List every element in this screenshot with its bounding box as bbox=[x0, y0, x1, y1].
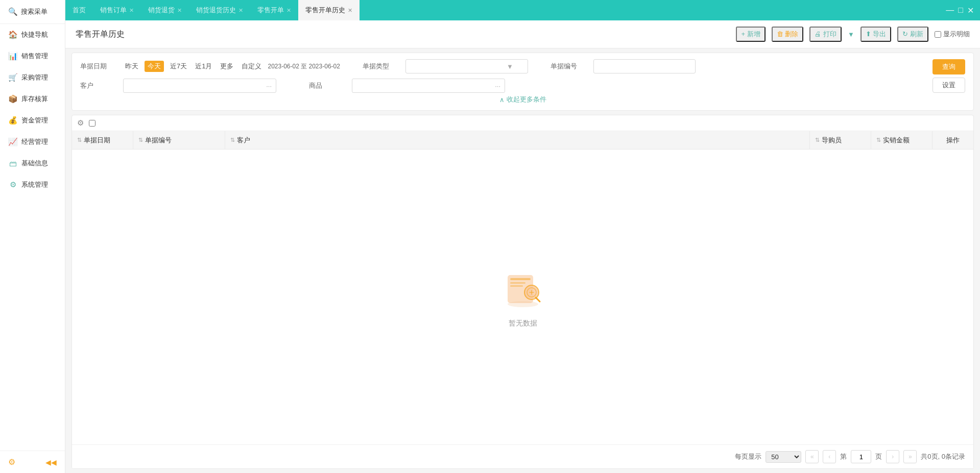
th-sort-icon[interactable]: ⇅ bbox=[77, 137, 82, 143]
query-button[interactable]: 查询 bbox=[933, 59, 965, 74]
display-detail-label[interactable]: 显示明细 bbox=[935, 30, 970, 39]
sidebar-item-label: 资金管理 bbox=[21, 116, 48, 125]
cart-icon: 🛒 bbox=[8, 73, 17, 82]
first-page-button[interactable]: « bbox=[805, 450, 819, 463]
date-option-today[interactable]: 今天 bbox=[145, 61, 164, 72]
trending-icon: 📈 bbox=[8, 137, 17, 146]
svg-line-6 bbox=[536, 297, 540, 302]
number-filter-input[interactable] bbox=[593, 59, 696, 73]
action-buttons: 查询 设置 bbox=[933, 59, 965, 93]
sidebar-item-purchase-mgmt[interactable]: 🛒 采购管理 bbox=[0, 67, 65, 88]
money-icon: 💰 bbox=[8, 116, 17, 125]
tab-retail-open-history-close[interactable]: ✕ bbox=[348, 7, 352, 14]
next-page-button[interactable]: › bbox=[886, 450, 899, 463]
table-header: ⇅ 单据日期 ⇅ 单据编号 ⇅ 客户 ⇅ 导购员 ⇅ 实销金额 bbox=[72, 131, 973, 150]
sidebar-bottom: ⚙ ◀◀ bbox=[0, 451, 65, 473]
tab-retail-open-label: 零售开单 bbox=[257, 6, 284, 15]
gear-icon: ⚙ bbox=[8, 180, 17, 189]
search-icon: 🔍 bbox=[8, 7, 18, 16]
date-option-1month[interactable]: 近1月 bbox=[193, 61, 214, 72]
date-option-custom[interactable]: 自定义 bbox=[240, 61, 264, 72]
type-filter-label: 单据类型 bbox=[363, 62, 393, 71]
collapse-row: ∧ 收起更多条件 bbox=[80, 93, 965, 104]
print-button[interactable]: 🖨 打印 bbox=[809, 27, 842, 42]
tab-sales-order[interactable]: 销售订单 ✕ bbox=[93, 0, 141, 20]
th-guide-label: 导购员 bbox=[822, 136, 842, 145]
sidebar-item-finance[interactable]: 💰 资金管理 bbox=[0, 110, 65, 131]
window-min-icon[interactable]: — bbox=[946, 6, 954, 15]
window-close-icon[interactable]: ✕ bbox=[967, 6, 974, 15]
customer-dots-icon[interactable]: ··· bbox=[266, 82, 272, 90]
date-option-7days[interactable]: 近7天 bbox=[168, 61, 189, 72]
th-guide-sort-icon[interactable]: ⇅ bbox=[815, 137, 820, 143]
page-title-bar: 零售开单历史 + 新增 🗑 删除 🖨 打印 ▼ ⬆ 导出 ↻ 刷新 显示明细 bbox=[65, 20, 980, 48]
add-button[interactable]: + 新增 bbox=[736, 27, 765, 42]
customer-filter-label: 客户 bbox=[80, 81, 111, 90]
svg-rect-4 bbox=[510, 285, 523, 287]
th-customer-sort-icon[interactable]: ⇅ bbox=[230, 137, 235, 143]
prev-page-button[interactable]: ‹ bbox=[823, 450, 836, 463]
window-max-icon[interactable]: □ bbox=[958, 6, 963, 15]
box-icon: 📦 bbox=[8, 94, 17, 104]
toolbar: + 新增 🗑 删除 🖨 打印 ▼ ⬆ 导出 ↻ 刷新 显示明细 bbox=[736, 27, 970, 42]
refresh-button[interactable]: ↻ 刷新 bbox=[897, 27, 928, 42]
print-arrow-icon[interactable]: ▼ bbox=[848, 31, 854, 38]
empty-text: 暂无数据 bbox=[509, 319, 537, 328]
th-amount-sort-icon[interactable]: ⇅ bbox=[876, 137, 881, 143]
tab-retail-open-history[interactable]: 零售开单历史 ✕ bbox=[298, 0, 360, 20]
delete-button[interactable]: 🗑 删除 bbox=[772, 27, 804, 42]
home-icon: 🏠 bbox=[8, 30, 17, 39]
sidebar-item-label: 基础信息 bbox=[21, 159, 48, 168]
filter-row-2: 客户 ··· 商品 ··· bbox=[80, 79, 924, 93]
th-number: ⇅ 单据编号 bbox=[133, 131, 225, 149]
settings-button[interactable]: 设置 bbox=[933, 78, 965, 93]
last-page-button[interactable]: » bbox=[903, 450, 917, 463]
goods-filter-input[interactable]: ··· bbox=[352, 79, 505, 93]
top-nav: 首页 销售订单 ✕ 销货退货 ✕ 销货退货历史 ✕ 零售开单 ✕ 零售开单历史 … bbox=[65, 0, 980, 20]
sidebar-item-system[interactable]: ⚙ 系统管理 bbox=[0, 174, 65, 195]
tab-home-label: 首页 bbox=[73, 6, 86, 15]
sidebar-item-inventory[interactable]: 📦 库存核算 bbox=[0, 88, 65, 110]
database-icon: 🗃 bbox=[8, 159, 17, 168]
filter-row-1: 单据日期 昨天 今天 近7天 近1月 更多 自定义 2023-06-02 至 2… bbox=[80, 59, 924, 73]
customer-filter-input[interactable]: ··· bbox=[123, 79, 276, 93]
sidebar: 🔍 搜索采单 🏠 快捷导航 📊 销售管理 🛒 采购管理 📦 库存核算 💰 资金管… bbox=[0, 0, 65, 473]
select-all-checkbox[interactable] bbox=[89, 120, 95, 127]
sidebar-item-label: 快捷导航 bbox=[21, 30, 48, 39]
sidebar-item-label: 库存核算 bbox=[21, 94, 48, 104]
empty-state: 暂无数据 bbox=[72, 150, 973, 444]
table-toolbar: ⚙ bbox=[72, 115, 973, 131]
date-option-more[interactable]: 更多 bbox=[218, 61, 235, 72]
tab-home[interactable]: 首页 bbox=[65, 0, 93, 20]
date-option-yesterday[interactable]: 昨天 bbox=[123, 61, 140, 72]
tab-sales-return-close[interactable]: ✕ bbox=[177, 7, 182, 14]
display-detail-checkbox[interactable] bbox=[935, 31, 941, 38]
tab-sales-return[interactable]: 销货退货 ✕ bbox=[141, 0, 189, 20]
th-date: ⇅ 单据日期 bbox=[72, 131, 133, 149]
tab-retail-open-close[interactable]: ✕ bbox=[286, 7, 291, 14]
nav-window-controls: — □ ✕ bbox=[946, 6, 980, 15]
sidebar-item-basic-info[interactable]: 🗃 基础信息 bbox=[0, 153, 65, 174]
tab-sales-order-close[interactable]: ✕ bbox=[129, 7, 134, 14]
tab-sales-return-history-close[interactable]: ✕ bbox=[238, 7, 243, 14]
export-button[interactable]: ⬆ 导出 bbox=[861, 27, 892, 42]
sidebar-item-sales-mgmt[interactable]: 📊 销售管理 bbox=[0, 45, 65, 67]
th-number-sort-icon[interactable]: ⇅ bbox=[138, 137, 143, 143]
sidebar-item-quick-nav[interactable]: 🏠 快捷导航 bbox=[0, 24, 65, 45]
sidebar-search[interactable]: 🔍 搜索采单 bbox=[0, 0, 65, 24]
type-filter-select[interactable]: ▼ bbox=[405, 59, 528, 73]
page-input[interactable]: 1 bbox=[851, 450, 871, 463]
table-settings-icon[interactable]: ⚙ bbox=[77, 118, 84, 128]
tab-sales-return-history[interactable]: 销货退货历史 ✕ bbox=[189, 0, 250, 20]
table-section: ⚙ ⇅ 单据日期 ⇅ 单据编号 ⇅ 客户 ⇅ 导购员 bbox=[71, 115, 974, 469]
collapse-button[interactable]: ∧ 收起更多条件 bbox=[499, 95, 546, 104]
th-amount-label: 实销金额 bbox=[883, 136, 910, 145]
settings-icon[interactable]: ⚙ bbox=[8, 457, 15, 467]
tab-retail-open[interactable]: 零售开单 ✕ bbox=[250, 0, 298, 20]
date-filter-label: 单据日期 bbox=[80, 62, 111, 71]
goods-dots-icon[interactable]: ··· bbox=[495, 82, 500, 90]
collapse-icon[interactable]: ◀◀ bbox=[45, 458, 57, 466]
sidebar-search-label: 搜索采单 bbox=[21, 7, 47, 16]
per-page-select[interactable]: 50 10 20 100 bbox=[766, 451, 801, 463]
sidebar-item-operations[interactable]: 📈 经营管理 bbox=[0, 131, 65, 153]
